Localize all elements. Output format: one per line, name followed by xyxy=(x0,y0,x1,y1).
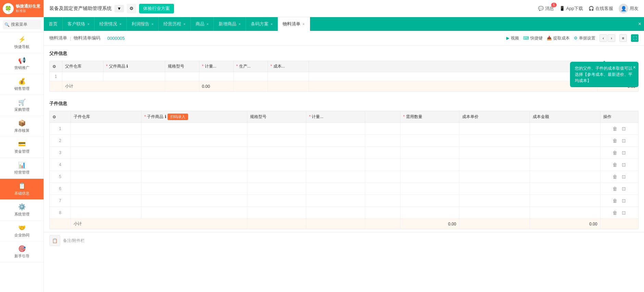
scan-button[interactable]: 扫码录入 xyxy=(168,114,188,120)
copy-icon[interactable]: ⊡ xyxy=(620,137,628,144)
delete-icon[interactable]: 🗑 xyxy=(611,125,619,132)
tab-close-bom[interactable]: × xyxy=(302,22,305,26)
delete-icon[interactable]: 🗑 xyxy=(611,173,619,180)
child-warehouse-cell[interactable] xyxy=(71,159,141,171)
child-product-cell[interactable] xyxy=(141,147,247,159)
child-product-cell[interactable] xyxy=(141,171,247,183)
copy-icon[interactable]: ⊡ xyxy=(620,209,628,217)
child-unit-cost-cell[interactable] xyxy=(459,135,530,147)
child-spec-cell[interactable] xyxy=(247,183,306,195)
child-product-cell[interactable] xyxy=(141,195,247,207)
next-arrow[interactable]: › xyxy=(608,34,615,42)
sidebar-item-purchase[interactable]: 🛒 采购管理 xyxy=(0,95,44,116)
child-qty-cell[interactable] xyxy=(306,147,365,159)
tab-close-customer[interactable]: × xyxy=(87,22,89,26)
parent-cost-cell[interactable] xyxy=(268,72,309,81)
delete-icon[interactable]: 🗑 xyxy=(611,149,619,156)
sidebar-item-marketing[interactable]: 📢 营销推广 xyxy=(0,53,44,74)
tab-close-operation[interactable]: × xyxy=(119,22,121,26)
child-amount-cell[interactable] xyxy=(530,207,600,219)
prev-arrow[interactable]: ‹ xyxy=(599,34,607,42)
th-child-settings[interactable]: ⚙ xyxy=(50,111,71,123)
parent-product-cell[interactable] xyxy=(103,72,165,81)
child-amount-cell[interactable] xyxy=(530,135,600,147)
child-amount-cell[interactable] xyxy=(530,147,600,159)
sidebar-item-sales[interactable]: 💰 销售管理 xyxy=(0,74,44,95)
child-unit-cost-cell[interactable] xyxy=(459,207,530,219)
breadcrumb-item[interactable]: 物料清单 xyxy=(49,35,67,41)
child-spec-cell[interactable] xyxy=(247,123,306,135)
parent-spec-cell[interactable] xyxy=(165,72,199,81)
child-spec-cell[interactable] xyxy=(247,135,306,147)
child-needed-cell[interactable] xyxy=(400,123,459,135)
sidebar-item-basic-info[interactable]: 📋 基础信息 xyxy=(0,179,44,200)
child-spec-cell[interactable] xyxy=(247,195,306,207)
copy-icon[interactable]: ⊡ xyxy=(620,161,628,168)
child-warehouse-cell[interactable] xyxy=(71,135,141,147)
tab-profit[interactable]: 利润报告× xyxy=(127,17,159,31)
th-settings[interactable]: ⚙ xyxy=(50,61,62,72)
child-amount-cell[interactable] xyxy=(530,171,600,183)
delete-icon[interactable]: 🗑 xyxy=(611,137,619,144)
child-qty-cell[interactable] xyxy=(306,195,365,207)
app-download-btn[interactable]: 📱 App下载 xyxy=(559,5,583,12)
fullscreen-icon[interactable]: ⛶ xyxy=(631,34,639,42)
sidebar-item-quick-nav[interactable]: ⚡ 快捷导航 xyxy=(0,32,44,53)
child-product-cell[interactable] xyxy=(141,135,247,147)
sidebar-item-operations[interactable]: 📊 经营管理 xyxy=(0,158,44,179)
settings-icon-btn[interactable]: ⚙ xyxy=(127,4,136,13)
search-button[interactable]: 🔍 搜索菜单 xyxy=(3,20,41,29)
child-unit-cost-cell[interactable] xyxy=(459,147,530,159)
single-settings-action[interactable]: ⚙ 单据设置 xyxy=(574,35,595,41)
tab-new-product[interactable]: 新增商品× xyxy=(214,17,246,31)
delete-icon[interactable]: 🗑 xyxy=(611,209,619,217)
copy-icon[interactable]: ⊡ xyxy=(620,173,628,180)
user-menu[interactable]: 👤 用友 xyxy=(619,4,639,13)
sidebar-item-guide[interactable]: 🎯 新手引导 xyxy=(0,242,44,262)
child-unit-cost-cell[interactable] xyxy=(459,159,530,171)
tab-close-barcode[interactable]: × xyxy=(271,22,273,26)
child-spec-cell[interactable] xyxy=(247,147,306,159)
child-warehouse-cell[interactable] xyxy=(71,123,141,135)
delete-icon[interactable]: 🗑 xyxy=(611,197,619,205)
child-needed-cell[interactable] xyxy=(400,135,459,147)
child-unit-cost-cell[interactable] xyxy=(459,195,530,207)
sidebar-item-system[interactable]: ⚙️ 系统管理 xyxy=(0,200,44,221)
copy-icon[interactable]: ⊡ xyxy=(620,197,628,205)
child-qty-cell[interactable] xyxy=(306,123,365,135)
child-warehouse-cell[interactable] xyxy=(71,207,141,219)
tab-operation[interactable]: 经营情况× xyxy=(95,17,126,31)
child-qty-cell[interactable] xyxy=(306,135,365,147)
tooltip-close-btn[interactable]: × xyxy=(633,64,636,71)
child-needed-cell[interactable] xyxy=(400,147,459,159)
child-product-cell[interactable] xyxy=(141,183,247,195)
child-product-cell[interactable] xyxy=(141,207,247,219)
child-qty-cell[interactable] xyxy=(306,159,365,171)
tab-home[interactable]: 首页 xyxy=(44,17,63,31)
child-unit-cost-cell[interactable] xyxy=(459,123,530,135)
video-action[interactable]: ▶ 视频 xyxy=(506,35,519,41)
tab-close-new-product[interactable]: × xyxy=(238,22,240,26)
delete-icon[interactable]: 🗑 xyxy=(611,185,619,192)
parent-qty-cell[interactable] xyxy=(199,72,233,81)
child-amount-cell[interactable] xyxy=(530,183,600,195)
child-qty-cell[interactable] xyxy=(306,171,365,183)
tab-close-product[interactable]: × xyxy=(207,22,209,26)
sidebar-search[interactable]: 🔍 搜索菜单 xyxy=(0,17,44,32)
tab-barcode[interactable]: 条码方案× xyxy=(246,17,278,31)
tab-history[interactable]: 经营历程× xyxy=(159,17,190,31)
child-warehouse-cell[interactable] xyxy=(71,195,141,207)
child-amount-cell[interactable] xyxy=(530,159,600,171)
child-warehouse-cell[interactable] xyxy=(71,147,141,159)
system-dropdown[interactable]: ▼ xyxy=(114,5,124,12)
child-unit-cost-cell[interactable] xyxy=(459,171,530,183)
child-spec-cell[interactable] xyxy=(247,159,306,171)
child-unit-cost-cell[interactable] xyxy=(459,183,530,195)
child-amount-cell[interactable] xyxy=(530,123,600,135)
message-btn[interactable]: 💬 消息 6 xyxy=(538,5,554,12)
tab-bom[interactable]: 物料清单× xyxy=(278,17,310,31)
parent-warehouse-cell[interactable] xyxy=(62,72,103,81)
child-product-cell[interactable] xyxy=(141,123,247,135)
child-needed-cell[interactable] xyxy=(400,171,459,183)
tab-close-history[interactable]: × xyxy=(183,22,185,26)
